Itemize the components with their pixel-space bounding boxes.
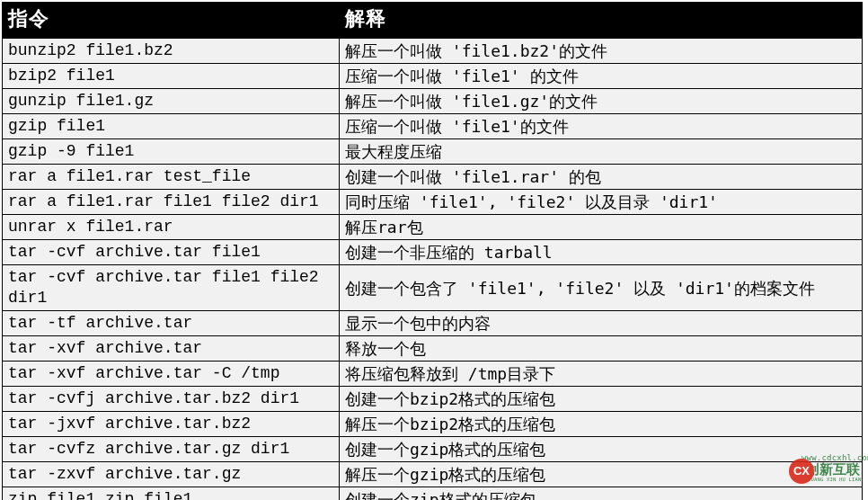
description-cell: 创建一个bzip2格式的压缩包 [340, 387, 863, 412]
description-cell: 创建一个gzip格式的压缩包 [340, 437, 863, 462]
description-cell: 解压一个bzip2格式的压缩包 [340, 412, 863, 437]
command-cell: tar -xvf archive.tar -C /tmp [3, 362, 340, 387]
table-row: tar -cvfz archive.tar.gz dir1创建一个gzip格式的… [3, 437, 863, 462]
table-row: tar -tf archive.tar显示一个包中的内容 [3, 311, 863, 336]
command-cell: tar -jxvf archive.tar.bz2 [3, 412, 340, 437]
table-row: tar -zxvf archive.tar.gz解压一个gzip格式的压缩包 [3, 462, 863, 487]
command-cell: gzip -9 file1 [3, 139, 340, 165]
command-cell: bzip2 file1 [3, 64, 340, 89]
description-cell: 最大程度压缩 [340, 139, 863, 165]
command-cell: tar -cvfz archive.tar.gz dir1 [3, 437, 340, 462]
description-cell: 解压一个gzip格式的压缩包 [340, 462, 863, 487]
description-cell: 将压缩包释放到 /tmp目录下 [340, 362, 863, 387]
table-row: bunzip2 file1.bz2解压一个叫做 'file1.bz2'的文件 [3, 39, 863, 64]
table-body: bunzip2 file1.bz2解压一个叫做 'file1.bz2'的文件bz… [3, 39, 863, 501]
description-cell: 解压一个叫做 'file1.bz2'的文件 [340, 39, 863, 64]
description-cell: 显示一个包中的内容 [340, 311, 863, 336]
header-explanation: 解释 [340, 3, 863, 39]
command-reference-table: 指令 解释 bunzip2 file1.bz2解压一个叫做 'file1.bz2… [0, 0, 868, 500]
table-row: rar a file1.rar test_file创建一个叫做 'file1.r… [3, 165, 863, 190]
table-row: tar -xvf archive.tar释放一个包 [3, 336, 863, 362]
table-row: unrar x file1.rar解压rar包 [3, 215, 863, 240]
command-cell: tar -zxvf archive.tar.gz [3, 462, 340, 487]
command-cell: gzip file1 [3, 114, 340, 139]
table-row: gunzip file1.gz解压一个叫做 'file1.gz'的文件 [3, 89, 863, 114]
header-command: 指令 [3, 3, 340, 39]
table-row: tar -cvf archive.tar file1创建一个非压缩的 tarba… [3, 240, 863, 265]
command-cell: tar -tf archive.tar [3, 311, 340, 336]
command-cell: rar a file1.rar file1 file2 dir1 [3, 190, 340, 215]
description-cell: 解压rar包 [340, 215, 863, 240]
table-row: gzip file1压缩一个叫做 'file1'的文件 [3, 114, 863, 139]
description-cell: 创建一个包含了 'file1', 'file2' 以及 'dir1'的档案文件 [340, 265, 863, 311]
command-cell: bunzip2 file1.bz2 [3, 39, 340, 64]
table-row: tar -jxvf archive.tar.bz2解压一个bzip2格式的压缩包 [3, 412, 863, 437]
description-cell: 压缩一个叫做 'file1' 的文件 [340, 64, 863, 89]
description-cell: 同时压缩 'file1', 'file2' 以及目录 'dir1' [340, 190, 863, 215]
command-cell: rar a file1.rar test_file [3, 165, 340, 190]
command-cell: tar -cvf archive.tar file1 [3, 240, 340, 265]
command-cell: gunzip file1.gz [3, 89, 340, 114]
description-cell: 创建一个叫做 'file1.rar' 的包 [340, 165, 863, 190]
description-cell: 释放一个包 [340, 336, 863, 362]
commands-table: 指令 解释 bunzip2 file1.bz2解压一个叫做 'file1.bz2… [2, 2, 863, 500]
command-cell: tar -cvf archive.tar file1 file2 dir1 [3, 265, 340, 311]
command-cell: unrar x file1.rar [3, 215, 340, 240]
table-header-row: 指令 解释 [3, 3, 863, 39]
table-row: zip file1.zip file1创建一个zip格式的压缩包 [3, 487, 863, 501]
table-row: tar -cvfj archive.tar.bz2 dir1创建一个bzip2格… [3, 387, 863, 412]
table-row: tar -cvf archive.tar file1 file2 dir1创建一… [3, 265, 863, 311]
description-cell: 解压一个叫做 'file1.gz'的文件 [340, 89, 863, 114]
description-cell: 压缩一个叫做 'file1'的文件 [340, 114, 863, 139]
description-cell: 创建一个非压缩的 tarball [340, 240, 863, 265]
command-cell: zip file1.zip file1 [3, 487, 340, 501]
table-row: rar a file1.rar file1 file2 dir1同时压缩 'fi… [3, 190, 863, 215]
description-cell: 创建一个zip格式的压缩包 [340, 487, 863, 501]
table-row: gzip -9 file1最大程度压缩 [3, 139, 863, 165]
table-row: bzip2 file1压缩一个叫做 'file1' 的文件 [3, 64, 863, 89]
command-cell: tar -cvfj archive.tar.bz2 dir1 [3, 387, 340, 412]
table-row: tar -xvf archive.tar -C /tmp将压缩包释放到 /tmp… [3, 362, 863, 387]
command-cell: tar -xvf archive.tar [3, 336, 340, 362]
